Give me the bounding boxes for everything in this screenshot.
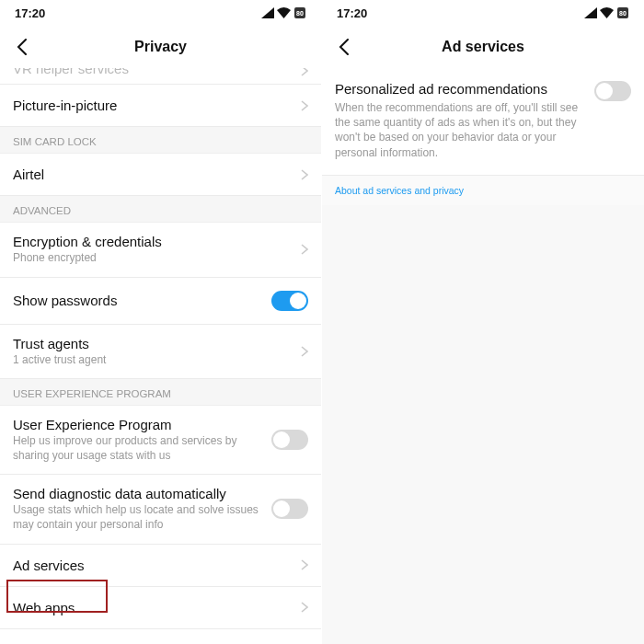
row-title: User Experience Program [13, 417, 262, 432]
status-icons: 80 [584, 6, 629, 19]
status-time: 17:20 [15, 6, 45, 20]
row-subtitle: Phone encrypted [13, 251, 292, 266]
chevron-right-icon [301, 100, 308, 111]
back-button[interactable] [333, 33, 355, 61]
status-bar: 17:20 80 [322, 0, 644, 26]
chevron-right-icon [301, 559, 308, 570]
row-subtitle: Help us improve our products and service… [13, 434, 262, 463]
status-bar: 17:20 80 [0, 0, 321, 26]
section-uep: USER EXPERIENCE PROGRAM [0, 379, 321, 406]
privacy-list: VR helper services Picture-in-picture SI… [0, 68, 321, 629]
back-button[interactable] [11, 33, 33, 61]
uep-toggle[interactable] [271, 430, 308, 450]
row-title: VR helper services [13, 68, 129, 76]
about-ad-services-link[interactable]: About ad services and privacy [322, 176, 644, 205]
status-icons: 80 [261, 6, 306, 19]
row-title: Airtel [13, 167, 292, 182]
diagnostic-item[interactable]: Send diagnostic data automatically Usage… [0, 475, 321, 544]
trust-agents-item[interactable]: Trust agents 1 active trust agent [0, 325, 321, 380]
wifi-icon [600, 7, 614, 18]
row-title: Ad services [13, 558, 292, 573]
battery-icon: 80 [616, 6, 629, 19]
header: Ad services [322, 26, 644, 68]
signal-icon [584, 7, 597, 18]
ad-services-screen: 17:20 80 Ad services Personalized ad rec… [322, 0, 644, 644]
encryption-item[interactable]: Encryption & credentials Phone encrypted [0, 223, 321, 278]
svg-text:80: 80 [619, 10, 627, 17]
row-title: Picture-in-picture [13, 98, 292, 113]
page-title: Ad services [322, 39, 644, 55]
section-sim-lock: SIM CARD LOCK [0, 127, 321, 154]
section-advanced: ADVANCED [0, 196, 321, 223]
chevron-right-icon [301, 244, 308, 255]
row-title: Send diagnostic data automatically [13, 486, 262, 501]
privacy-screen: 17:20 80 Privacy VR helper services Pict… [0, 0, 322, 644]
row-subtitle: When the recommendations are off, you'll… [335, 100, 581, 160]
wifi-icon [277, 7, 291, 18]
show-passwords-item[interactable]: Show passwords [0, 278, 321, 325]
header: Privacy [0, 26, 321, 68]
list-item[interactable]: VR helper services [0, 68, 321, 85]
row-title: Personalized ad recommendations [335, 81, 581, 97]
row-title: Web apps [13, 600, 292, 615]
ad-services-item[interactable]: Ad services [0, 545, 321, 587]
chevron-right-icon [301, 602, 308, 613]
status-time: 17:20 [337, 6, 367, 20]
web-apps-item[interactable]: Web apps [0, 587, 321, 629]
chevron-left-icon [339, 39, 350, 55]
diagnostic-toggle[interactable] [271, 499, 308, 519]
uep-item[interactable]: User Experience Program Help us improve … [0, 406, 321, 475]
row-subtitle: Usage stats which help us locate and sol… [13, 503, 262, 532]
row-title: Show passwords [13, 293, 262, 308]
show-passwords-toggle[interactable] [271, 291, 308, 311]
row-title: Encryption & credentials [13, 234, 292, 249]
airtel-item[interactable]: Airtel [0, 154, 321, 196]
personalized-ads-item[interactable]: Personalized ad recommendations When the… [322, 68, 644, 176]
chevron-right-icon [301, 346, 308, 357]
chevron-right-icon [301, 68, 308, 76]
battery-icon: 80 [293, 6, 306, 19]
chevron-left-icon [17, 39, 28, 55]
chevron-right-icon [301, 169, 308, 180]
row-title: Trust agents [13, 336, 292, 351]
picture-in-picture-item[interactable]: Picture-in-picture [0, 85, 321, 127]
personalized-ads-toggle[interactable] [594, 81, 631, 101]
row-subtitle: 1 active trust agent [13, 353, 292, 368]
empty-area [322, 205, 644, 644]
page-title: Privacy [0, 39, 321, 55]
signal-icon [261, 7, 274, 18]
svg-text:80: 80 [296, 10, 304, 17]
